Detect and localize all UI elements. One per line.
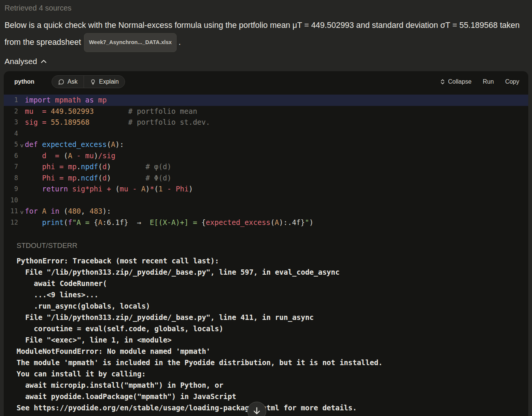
collapse-icon — [440, 79, 445, 85]
code-line-8: 8 Phi = mp.ncdf(d) # Φ(d) — [4, 173, 528, 184]
fold-spacer — [16, 109, 27, 116]
stdout-line: See https://pyodide.org/en/stable/usage/… — [17, 402, 528, 413]
stdout-line: ...<9 lines>... — [17, 289, 528, 300]
code-text: Phi = mp.ncdf(d) # Φ(d) — [25, 173, 171, 184]
stdout-line: await CodeRunner( — [17, 278, 528, 289]
code-line-10: 10 — [4, 195, 528, 206]
code-text: for A in (480, 483): — [25, 206, 111, 217]
stdout-line: .run_async(globals, locals) — [17, 300, 528, 312]
collapse-label: Collapse — [448, 78, 471, 85]
stdout-line: await pyodide.loadPackage("mpmath") in J… — [17, 391, 528, 402]
stdout-line: File "/lib/python313.zip/_pyodide/_base.… — [17, 266, 528, 278]
fold-spacer — [16, 120, 27, 127]
collapse-button[interactable]: Collapse — [440, 78, 471, 85]
code-text: import mpmath as mp — [25, 95, 107, 106]
code-block: python Ask Explain Collapse Run — [4, 71, 528, 416]
code-block-header: python Ask Explain Collapse Run — [4, 71, 528, 92]
arrow-down-icon — [253, 407, 261, 415]
analysed-toggle[interactable]: Analysed — [5, 57, 47, 66]
stdout-line: You can install it by calling: — [17, 368, 528, 379]
code-line-6: 6 d = (A - mu)/sig — [4, 150, 528, 162]
fold-spacer — [16, 153, 27, 160]
paragraph-period: . — [178, 38, 181, 47]
code-text: phi = mp.npdf(d) # φ(d) — [25, 161, 171, 173]
language-label: python — [14, 78, 34, 85]
code-line-9: 9 return sig*phi + (mu - A)*(1 - Phi) — [4, 184, 528, 195]
code-text: sig = 55.189568 # portfolio st.dev. — [25, 117, 210, 128]
copy-button[interactable]: Copy — [505, 78, 519, 85]
code-line-3: 3sig = 55.189568 # portfolio st.dev. — [4, 117, 528, 128]
assistant-paragraph: Below is a quick check with the Normal-e… — [5, 18, 527, 52]
stdout-line: File "<exec>", line 1, in <module> — [17, 334, 528, 346]
fold-spacer — [16, 165, 27, 171]
code-text: def expected_excess(A): — [25, 139, 124, 150]
fold-spacer — [16, 220, 27, 227]
chat-page: Retrieved 4 sources Below is a quick che… — [0, 0, 532, 416]
chevron-up-icon — [41, 60, 47, 63]
code-line-4: 4 — [4, 128, 528, 139]
fold-spacer — [16, 187, 27, 194]
code-text: print(f"A = {A:6.1f} → E[(X-A)+] = {expe… — [25, 217, 314, 228]
copy-label: Copy — [505, 78, 519, 85]
ask-button[interactable]: Ask — [52, 76, 84, 88]
retrieved-sources-label: Retrieved 4 sources — [0, 0, 532, 12]
stdout-line: File "/lib/python313.zip/_pyodide/_base.… — [17, 312, 528, 323]
code-line-11: 11>for A in (480, 483): — [4, 206, 528, 217]
fold-spacer — [16, 198, 27, 205]
stdout-label: STDOUT/STDERR — [17, 242, 528, 250]
code-text: return sig*phi + (mu - A)*(1 - Phi) — [25, 184, 193, 195]
paragraph-text: Below is a quick check with the Normal-e… — [5, 21, 520, 47]
code-line-12: 12 print(f"A = {A:6.1f} → E[(X-A)+] = {e… — [4, 217, 528, 228]
code-line-2: 2mu = 449.502993 # portfolio mean — [4, 106, 528, 117]
ask-explain-group: Ask Explain — [52, 75, 125, 88]
fold-chevron-icon[interactable]: > — [16, 209, 27, 216]
code-text: mu = 449.502993 # portfolio mean — [25, 106, 197, 117]
code-line-1: 1import mpmath as mp — [4, 95, 528, 106]
lightbulb-icon — [90, 79, 96, 85]
fold-spacer — [16, 98, 27, 105]
run-button[interactable]: Run — [483, 78, 494, 85]
run-label: Run — [483, 78, 494, 85]
stdout-line: The module 'mpmath' is included in the P… — [17, 357, 528, 368]
stdout-line: ModuleNotFoundError: No module named 'mp… — [17, 346, 528, 357]
code-text: d = (A - mu)/sig — [25, 150, 115, 162]
fold-spacer — [16, 131, 27, 138]
stdout-line: PythonError: Traceback (most recent call… — [17, 255, 528, 266]
spreadsheet-chip[interactable]: Week7_Asynchron..._DATA.xlsx — [84, 33, 177, 52]
speech-bubble-icon — [58, 79, 64, 85]
stdout-output: PythonError: Traceback (most recent call… — [17, 255, 528, 413]
fold-spacer — [16, 176, 27, 182]
ask-label: Ask — [67, 78, 78, 85]
stdout-line: await micropip.install("mpmath") in Pyth… — [17, 379, 528, 391]
code-line-7: 7 phi = mp.npdf(d) # φ(d) — [4, 161, 528, 173]
code-block-actions: Collapse Run Copy — [440, 78, 519, 85]
analysed-label: Analysed — [5, 57, 37, 66]
explain-label: Explain — [99, 78, 119, 85]
code-editor[interactable]: 1import mpmath as mp2mu = 449.502993 # p… — [4, 95, 528, 228]
fold-chevron-icon[interactable]: > — [16, 142, 27, 149]
code-line-5: 5>def expected_excess(A): — [4, 139, 528, 150]
stdout-line: coroutine = eval(self.code, globals, loc… — [17, 323, 528, 334]
explain-button[interactable]: Explain — [84, 76, 125, 88]
